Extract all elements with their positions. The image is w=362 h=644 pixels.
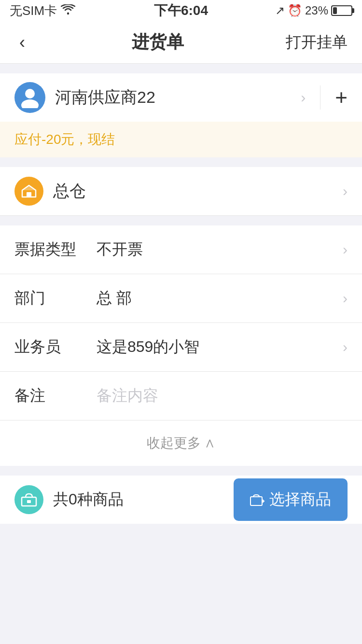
section-divider-1 [0,157,362,167]
status-bar-time: 下午6:04 [154,1,208,20]
select-product-label: 选择商品 [269,489,331,510]
supplier-add-button[interactable]: + [335,85,348,110]
location-icon: ↗ [275,4,285,17]
product-icon [14,485,43,514]
department-chevron-icon: › [343,290,348,307]
invoice-type-label: 票据类型 [14,239,92,260]
supplier-name: 河南供应商22 [55,86,301,109]
section-divider-2 [0,216,362,225]
warehouse-chevron-icon: › [343,183,348,199]
battery-fill [333,7,337,14]
collapse-label: 收起更多 ∧ [147,434,216,452]
warehouse-name: 总仓 [53,180,343,202]
battery-percentage: 23% [305,4,328,17]
note-label: 备注 [14,385,92,406]
invoice-type-value: 不开票 [92,239,343,260]
svg-rect-4 [27,192,31,197]
nav-bar: ‹ 进货单 打开挂单 [0,21,362,64]
department-label: 部门 [14,288,92,309]
svg-point-0 [67,12,69,14]
salesperson-chevron-icon: › [343,339,348,355]
invoice-type-row[interactable]: 票据类型 不开票 › [0,225,362,274]
svg-point-2 [21,99,39,108]
collapse-row[interactable]: 收起更多 ∧ [0,420,362,466]
alert-text: 应付-20元，现结 [14,132,115,147]
product-count: 共0种商品 [53,489,234,510]
svg-rect-8 [251,497,262,505]
status-bar-right: ↗ ⏰ 23% [275,4,352,17]
supplier-divider [320,85,320,110]
status-bar-left: 无SIM卡 [10,2,75,19]
alarm-icon: ⏰ [288,4,302,17]
supplier-chevron-icon: › [301,89,306,106]
department-row[interactable]: 部门 总 部 › [0,274,362,322]
warehouse-row[interactable]: 总仓 › [0,167,362,215]
warehouse-icon [14,177,43,206]
supplier-row[interactable]: 河南供应商22 › + [0,73,362,122]
supplier-avatar [14,82,45,113]
battery-bar [331,5,352,16]
wifi-icon [61,3,75,18]
page-title: 进货单 [132,30,184,54]
invoice-type-chevron-icon: › [343,241,348,258]
note-row[interactable]: 备注 备注内容 [0,372,362,420]
carrier-label: 无SIM卡 [10,2,57,19]
salesperson-row[interactable]: 业务员 这是859的小智 › [0,323,362,371]
svg-rect-7 [27,500,31,503]
select-product-icon [250,492,265,507]
section-divider-top [0,64,362,73]
alert-banner: 应付-20元，现结 [0,122,362,157]
svg-point-1 [25,89,35,98]
svg-marker-5 [22,185,36,190]
salesperson-label: 业务员 [14,336,92,358]
product-bar: 共0种商品 选择商品 [0,476,362,524]
department-value: 总 部 [92,288,343,309]
salesperson-value: 这是859的小智 [92,336,343,358]
note-placeholder: 备注内容 [92,385,348,406]
main-content: 河南供应商22 › + 应付-20元，现结 总仓 › 票据类型 不开票 › 部门… [0,64,362,524]
open-pending-button[interactable]: 打开挂单 [286,32,348,53]
select-product-button[interactable]: 选择商品 [234,478,348,521]
back-button[interactable]: ‹ [14,28,30,57]
status-bar: 无SIM卡 下午6:04 ↗ ⏰ 23% [0,0,362,21]
